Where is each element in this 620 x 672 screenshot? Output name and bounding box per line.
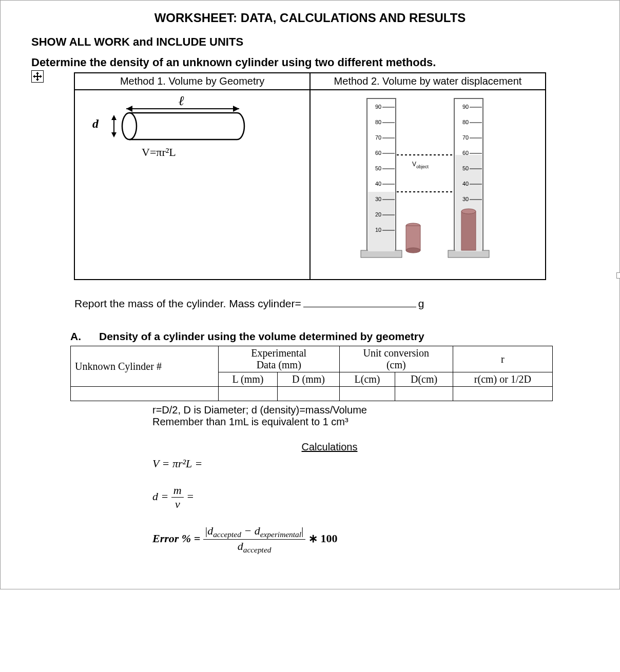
show-work-line: SHOW ALL WORK and INCLUDE UNITS: [31, 35, 589, 49]
graduated-cylinders-diagram: 90 80 70 60 50 40 30 20 10: [352, 94, 516, 271]
data-D-cm[interactable]: [395, 387, 453, 401]
hdr-L-mm: L (mm): [218, 372, 278, 387]
svg-text:80: 80: [375, 119, 381, 125]
svg-text:90: 90: [375, 104, 381, 110]
determine-line: Determine the density of an unknown cyli…: [31, 56, 589, 69]
calculations-header: Calculations: [70, 441, 589, 453]
cyl-length-label: ℓ: [179, 93, 184, 109]
svg-marker-2: [233, 106, 239, 112]
svg-marker-8: [111, 132, 117, 137]
row-label: Unknown Cylinder #: [71, 346, 219, 387]
svg-rect-10: [361, 250, 402, 258]
formula-density: d = m v =: [152, 484, 589, 511]
err-num: |daccepted − dexperimental|: [203, 524, 306, 540]
hdr-L-cm: L(cm): [339, 372, 395, 387]
svg-text:10: 10: [375, 227, 381, 233]
data-r-cm[interactable]: [453, 387, 552, 401]
data-L-cm[interactable]: [339, 387, 395, 401]
svg-text:40: 40: [462, 181, 469, 187]
section-a-heading: A. Density of a cylinder using the volum…: [70, 330, 589, 343]
svg-text:50: 50: [462, 165, 469, 171]
cyl-volume-formula: V=πr²L: [142, 146, 176, 159]
vobject-label: V: [412, 161, 416, 168]
method1-header: Method 1. Volume by Geometry: [74, 73, 310, 90]
d-den: v: [171, 498, 184, 511]
method1-cell: ℓ d V=πr²L: [74, 90, 310, 280]
err-fraction: |daccepted − dexperimental| daccepted: [203, 524, 306, 555]
col-experimental: ExperimentalData (mm): [218, 346, 339, 372]
method2-header: Method 2. Volume by water displacement: [310, 73, 546, 90]
svg-point-3: [122, 113, 137, 140]
determine-text: Determine the density of an unknown cyli…: [31, 56, 436, 69]
mass-blank[interactable]: [303, 307, 416, 307]
hdr-D-cm: D(cm): [395, 372, 453, 387]
section-a-letter: A.: [70, 330, 81, 342]
svg-text:70: 70: [462, 134, 469, 141]
svg-text:50: 50: [375, 165, 381, 171]
svg-text:60: 60: [462, 150, 469, 156]
svg-rect-34: [448, 250, 489, 258]
data-D-mm[interactable]: [278, 387, 339, 401]
svg-text:30: 30: [375, 196, 381, 202]
svg-text:60: 60: [375, 150, 381, 156]
svg-marker-7: [111, 115, 117, 120]
svg-text:90: 90: [462, 104, 469, 110]
svg-rect-36: [461, 211, 476, 250]
svg-rect-31: [406, 226, 420, 250]
notes-block: r=D/2, D is Diameter; d (density)=mass/V…: [152, 404, 589, 428]
d-num: m: [171, 484, 184, 498]
err-lhs: Error % =: [152, 532, 200, 545]
worksheet-page: WORKSHEET: DATA, CALCULATIONS AND RESULT…: [0, 0, 620, 589]
resize-handle-icon[interactable]: [616, 272, 620, 279]
svg-text:40: 40: [375, 181, 381, 187]
methods-table: Method 1. Volume by Geometry Method 2. V…: [74, 72, 546, 280]
hdr-D-mm: D (mm): [278, 372, 339, 387]
hdr-r-cm: r(cm) or 1/2D: [453, 372, 552, 387]
report-prefix: Report the mass of the cylinder. Mass cy…: [74, 298, 301, 309]
cyl-diameter-label: d: [92, 117, 99, 131]
method2-cell: 90 80 70 60 50 40 30 20 10: [310, 90, 546, 280]
report-mass-line: Report the mass of the cylinder. Mass cy…: [74, 298, 589, 310]
d-eq: =: [186, 490, 194, 503]
svg-marker-1: [126, 106, 132, 112]
col-unit-conv: Unit conversion(cm): [339, 346, 453, 372]
cylinder-diagram: ℓ d V=πr²L: [106, 95, 260, 159]
err-den: daccepted: [203, 540, 306, 555]
svg-point-32: [406, 248, 420, 253]
section-a: A. Density of a cylinder using the volum…: [70, 330, 589, 555]
note-line-2: Remember than 1mL is equivalent to 1 cm³: [152, 416, 589, 428]
svg-text:30: 30: [462, 196, 469, 202]
formula-error: Error % = |daccepted − dexperimental| da…: [152, 524, 589, 555]
svg-text:70: 70: [375, 134, 381, 141]
move-handle-icon[interactable]: [31, 70, 44, 83]
svg-text:object: object: [416, 164, 429, 169]
report-unit: g: [418, 298, 424, 309]
data-L-mm[interactable]: [218, 387, 278, 401]
col-r: r: [453, 346, 552, 372]
d-lhs: d =: [152, 490, 168, 503]
d-fraction: m v: [171, 484, 184, 511]
formula-volume: V = πr²L =: [152, 457, 589, 470]
svg-text:80: 80: [462, 119, 469, 125]
data-cyl-num[interactable]: [71, 387, 219, 401]
svg-text:20: 20: [375, 211, 381, 218]
section-a-title: Density of a cylinder using the volume d…: [99, 330, 424, 342]
data-table: Unknown Cylinder # ExperimentalData (mm)…: [70, 346, 553, 401]
svg-point-37: [461, 209, 476, 214]
err-tail: ∗ 100: [308, 532, 338, 545]
page-title: WORKSHEET: DATA, CALCULATIONS AND RESULT…: [31, 11, 589, 25]
note-line-1: r=D/2, D is Diameter; d (density)=mass/V…: [152, 404, 589, 416]
